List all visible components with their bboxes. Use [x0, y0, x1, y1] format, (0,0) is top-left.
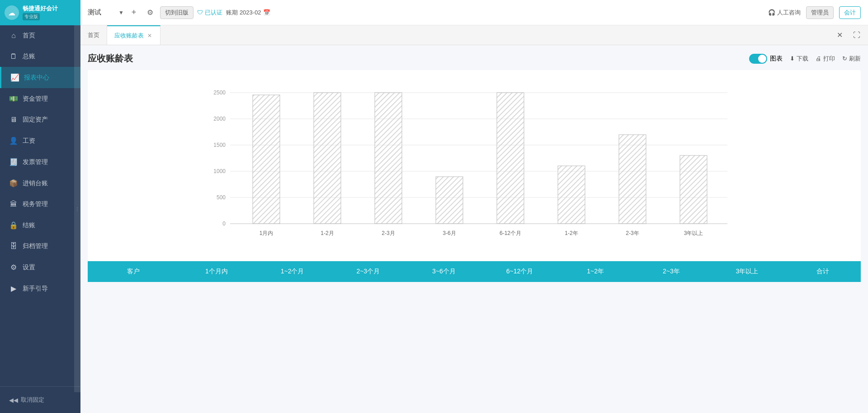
reports-icon: 📈	[10, 73, 19, 82]
sidebar-item-label: 税务管理	[23, 200, 48, 208]
headset-icon: 🎧	[768, 9, 775, 16]
sidebar-item-home[interactable]: ⌂ 首页	[0, 25, 80, 46]
closing-icon: 🔒	[9, 221, 18, 230]
report-actions: 图表 ⬇ 下载 🖨 打印 ↻ 刷新	[749, 54, 861, 64]
sidebar-item-ledger[interactable]: 🗒 总账	[0, 46, 80, 67]
svg-text:1-2年: 1-2年	[565, 230, 578, 236]
sidebar: ☁ 畅捷通好会计 专业版 ⋮ ⌂ 首页 🗒 总账 📈 报表中心 💵 资金管理 🖥…	[0, 0, 80, 413]
invoices-icon: 🧾	[9, 158, 18, 166]
sidebar-item-inventory[interactable]: 📦 进销台账	[0, 173, 80, 194]
topbar-dropdown-icon[interactable]: ▼	[118, 9, 124, 16]
table-col-total: 合计	[785, 268, 861, 276]
print-label: 打印	[823, 55, 835, 63]
inventory-icon: 📦	[9, 179, 18, 188]
sidebar-item-invoices[interactable]: 🧾 发票管理	[0, 151, 80, 173]
sidebar-item-reports[interactable]: 📈 报表中心	[0, 67, 80, 88]
print-button[interactable]: 🖨 打印	[816, 55, 835, 63]
sidebar-item-assets[interactable]: 🖥 固定资产	[0, 109, 80, 130]
svg-text:2-3月: 2-3月	[382, 230, 395, 236]
table-col-3year-plus: 3年以上	[709, 268, 785, 276]
bar-chart: 0 500 1000 1500 2000 2500 1月内	[97, 79, 852, 251]
svg-text:2000: 2000	[213, 116, 226, 122]
cancel-fixed-button[interactable]: ◀◀ 取消固定	[0, 391, 80, 408]
funds-icon: 💵	[9, 94, 18, 103]
bar-1月内	[253, 95, 280, 224]
sidebar-item-label: 进销台账	[23, 179, 48, 188]
sidebar-item-label: 结账	[23, 221, 35, 230]
consult-label: 人工咨询	[777, 9, 801, 17]
tabbar: 首页 应收账龄表 ✕ ✕ ⛶	[80, 25, 868, 45]
period-label: 账期	[226, 9, 238, 17]
switch-old-version-button[interactable]: 切到旧版	[160, 6, 193, 19]
period-display: 账期 2023-02 📅	[226, 9, 270, 17]
bar-3年以上	[680, 155, 707, 224]
sidebar-item-archive[interactable]: 🗄 归档管理	[0, 236, 80, 257]
report-title: 应收账龄表	[88, 52, 133, 65]
svg-text:3-6月: 3-6月	[443, 230, 456, 236]
logo-edition: 专业版	[23, 13, 40, 20]
refresh-button[interactable]: ↻ 刷新	[842, 55, 861, 63]
sidebar-item-settings[interactable]: ⚙ 设置	[0, 257, 80, 278]
sidebar-item-payroll[interactable]: 👤 工资	[0, 130, 80, 151]
sidebar-nav: ⌂ 首页 🗒 总账 📈 报表中心 💵 资金管理 🖥 固定资产 👤 工资 🧾 发票…	[0, 25, 80, 386]
svg-text:1月内: 1月内	[259, 230, 274, 236]
close-window-button[interactable]: ✕	[833, 28, 846, 42]
bar-2-3月	[375, 93, 402, 224]
topbar-title: 测试	[88, 8, 115, 17]
pin-icon: ◀◀	[9, 397, 18, 404]
sidebar-item-label: 总账	[23, 52, 35, 61]
chart-container: 0 500 1000 1500 2000 2500 1月内	[88, 70, 861, 261]
chart-toggle[interactable]	[749, 54, 767, 64]
table-col-1-2month: 1~2个月	[255, 268, 330, 276]
topbar-add-button[interactable]: +	[127, 6, 140, 19]
bar-6-12月	[497, 93, 524, 224]
sidebar-item-label: 工资	[23, 137, 35, 145]
chart-toggle-wrapper: 图表	[749, 54, 783, 64]
refresh-label: 刷新	[849, 55, 861, 63]
tab-aging-label: 应收账龄表	[114, 32, 144, 40]
sidebar-scroll-handle[interactable]: ⋮	[74, 25, 80, 392]
topbar-settings-button[interactable]: ⚙	[144, 6, 156, 19]
svg-text:1000: 1000	[213, 168, 226, 174]
table-col-2-3month: 2~3个月	[330, 268, 406, 276]
certified-badge: 🛡 已认证	[197, 9, 222, 17]
expand-window-button[interactable]: ⛶	[850, 28, 863, 42]
svg-text:6-12个月: 6-12个月	[500, 230, 521, 236]
calendar-icon[interactable]: 📅	[263, 9, 270, 16]
assets-icon: 🖥	[9, 116, 18, 124]
sidebar-item-funds[interactable]: 💵 资金管理	[0, 88, 80, 109]
tab-home[interactable]: 首页	[80, 25, 107, 45]
tab-aging[interactable]: 应收账龄表 ✕	[107, 25, 160, 45]
report-header: 应收账龄表 图表 ⬇ 下载 🖨 打印 ↻ 刷新	[88, 52, 861, 65]
sidebar-bottom: ◀◀ 取消固定	[0, 386, 80, 413]
table-col-6-12month: 6~12个月	[482, 268, 558, 276]
table-col-customer: 客户	[88, 268, 179, 276]
logo-icon: ☁	[5, 5, 19, 20]
tab-close-icon[interactable]: ✕	[146, 32, 153, 39]
table-container: 客户 1个月内 1~2个月 2~3个月 3~6个月 6~12个月 1~2年 2~…	[88, 261, 861, 282]
sidebar-item-tax[interactable]: 🏛 税务管理	[0, 194, 80, 215]
sidebar-item-label: 新手引导	[23, 285, 48, 293]
archive-icon: 🗄	[9, 242, 18, 250]
bar-1-2月	[314, 93, 341, 224]
sidebar-item-label: 设置	[23, 263, 35, 272]
sidebar-item-label: 固定资产	[23, 116, 48, 124]
sidebar-item-closing[interactable]: 🔒 结账	[0, 215, 80, 236]
page-content: 应收账龄表 图表 ⬇ 下载 🖨 打印 ↻ 刷新	[80, 45, 868, 413]
tab-home-label: 首页	[88, 31, 99, 39]
payroll-icon: 👤	[9, 136, 18, 145]
accountant-button[interactable]: 会计	[839, 6, 861, 19]
guide-icon: ▶	[9, 284, 18, 293]
home-icon: ⌂	[9, 32, 18, 40]
cancel-fixed-label: 取消固定	[21, 396, 44, 404]
svg-text:0: 0	[222, 221, 226, 227]
sidebar-item-label: 报表中心	[24, 74, 49, 82]
consult-button[interactable]: 🎧 人工咨询	[768, 9, 801, 17]
topbar-right: 🎧 人工咨询 管理员 会计	[768, 6, 861, 19]
manager-button[interactable]: 管理员	[806, 6, 834, 19]
chart-svg-wrapper: 0 500 1000 1500 2000 2500 1月内	[97, 79, 852, 252]
sidebar-item-label: 归档管理	[23, 242, 48, 250]
refresh-icon: ↻	[842, 55, 847, 62]
sidebar-item-guide[interactable]: ▶ 新手引导	[0, 278, 80, 299]
download-button[interactable]: ⬇ 下载	[790, 55, 808, 63]
